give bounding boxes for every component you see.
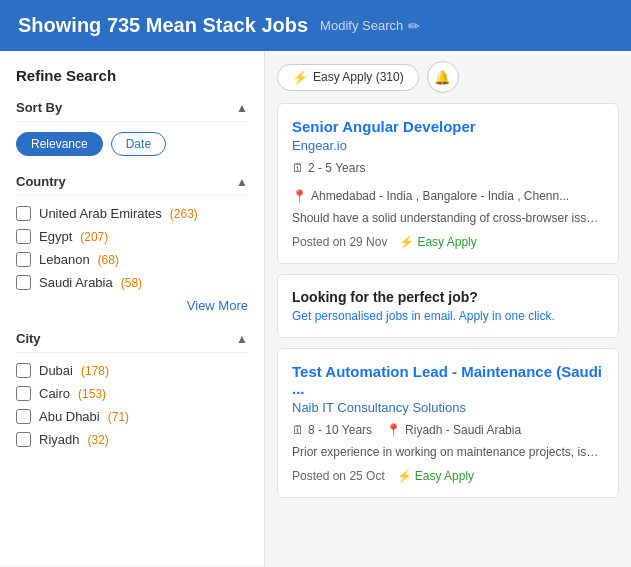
job-listings-panel: ⚡ Easy Apply (310) 🔔 Senior Angular Deve…: [265, 51, 631, 566]
easy-apply-tag-1: ⚡ Easy Apply: [399, 235, 476, 249]
country-header: Country ▲: [16, 174, 248, 196]
sort-by-header: Sort By ▲: [16, 100, 248, 122]
city-chevron-icon: ▲: [236, 332, 248, 346]
page-header: Showing 735 Mean Stack Jobs Modify Searc…: [0, 0, 631, 51]
job-footer-1: Posted on 29 Nov ⚡ Easy Apply: [292, 235, 604, 249]
job-meta-1: 🗓 2 - 5 Years 📍 Ahmedabad - India , Bang…: [292, 161, 604, 203]
promo-text: Get personalised jobs in email. Apply in…: [292, 309, 604, 323]
lightning-icon: ⚡: [292, 70, 308, 85]
sidebar: Refine Search Sort By ▲ Relevance Date C…: [0, 51, 265, 566]
country-view-more-link[interactable]: View More: [16, 298, 248, 313]
city-name-cairo: Cairo: [39, 386, 70, 401]
country-item-uae: United Arab Emirates (263): [16, 206, 248, 221]
country-label: Country: [16, 174, 66, 189]
job-meta-2: 🗓 8 - 10 Years 📍 Riyadh - Saudi Arabia: [292, 423, 604, 437]
job-desc-1: Should have a solid understanding of cro…: [292, 209, 604, 227]
city-count-riyadh: (32): [87, 433, 108, 447]
city-count-dubai: (178): [81, 364, 109, 378]
lightning-green-icon-1: ⚡: [399, 235, 414, 249]
filter-bar: ⚡ Easy Apply (310) 🔔: [277, 61, 619, 93]
country-name-uae: United Arab Emirates: [39, 206, 162, 221]
easy-apply-filter-label: Easy Apply (310): [313, 70, 404, 84]
country-name-egypt: Egypt: [39, 229, 72, 244]
location-icon-1: 📍: [292, 189, 307, 203]
country-count-uae: (263): [170, 207, 198, 221]
city-header: City ▲: [16, 331, 248, 353]
relevance-sort-button[interactable]: Relevance: [16, 132, 103, 156]
city-checkbox-riyadh[interactable]: [16, 432, 31, 447]
city-count-cairo: (153): [78, 387, 106, 401]
date-sort-button[interactable]: Date: [111, 132, 166, 156]
city-name-abudhabi: Abu Dhabi: [39, 409, 100, 424]
job-desc-2: Prior experience in working on maintenan…: [292, 443, 604, 461]
sort-buttons: Relevance Date: [16, 132, 248, 156]
easy-apply-filter-button[interactable]: ⚡ Easy Apply (310): [277, 64, 419, 91]
country-count-egypt: (207): [80, 230, 108, 244]
modify-search-link[interactable]: Modify Search ✏: [320, 18, 420, 34]
bell-icon: 🔔: [434, 70, 451, 85]
country-section: Country ▲ United Arab Emirates (263) Egy…: [16, 174, 248, 313]
country-name-lebanon: Lebanon: [39, 252, 90, 267]
country-checkbox-egypt[interactable]: [16, 229, 31, 244]
notification-bell-button[interactable]: 🔔: [427, 61, 459, 93]
country-chevron-icon: ▲: [236, 175, 248, 189]
easy-apply-tag-2: ⚡ Easy Apply: [397, 469, 474, 483]
location-value-1: Ahmedabad - India , Bangalore - India , …: [311, 189, 569, 203]
country-checkbox-lebanon[interactable]: [16, 252, 31, 267]
location-2: 📍 Riyadh - Saudi Arabia: [386, 423, 521, 437]
experience-value-1: 2 - 5 Years: [308, 161, 365, 175]
country-item-egypt: Egypt (207): [16, 229, 248, 244]
sort-by-section: Sort By ▲ Relevance Date: [16, 100, 248, 156]
country-checkbox-saudi[interactable]: [16, 275, 31, 290]
city-checkbox-abudhabi[interactable]: [16, 409, 31, 424]
city-item-dubai: Dubai (178): [16, 363, 248, 378]
lightning-green-icon-2: ⚡: [397, 469, 412, 483]
experience-2: 🗓 8 - 10 Years: [292, 423, 372, 437]
page-title: Showing 735 Mean Stack Jobs: [18, 14, 308, 37]
briefcase-icon-2: 🗓: [292, 423, 304, 437]
city-name-dubai: Dubai: [39, 363, 73, 378]
city-item-riyadh: Riyadh (32): [16, 432, 248, 447]
city-checkbox-dubai[interactable]: [16, 363, 31, 378]
country-count-lebanon: (68): [98, 253, 119, 267]
sort-by-label: Sort By: [16, 100, 62, 115]
location-icon-2: 📍: [386, 423, 401, 437]
location-1: 📍 Ahmedabad - India , Bangalore - India …: [292, 189, 569, 203]
company-name-1: Engear.io: [292, 138, 604, 153]
refine-search-title: Refine Search: [16, 67, 248, 84]
job-title-2[interactable]: Test Automation Lead - Maintenance (Saud…: [292, 363, 604, 397]
job-card-1[interactable]: Senior Angular Developer Engear.io 🗓 2 -…: [277, 103, 619, 264]
country-count-saudi: (58): [121, 276, 142, 290]
city-item-cairo: Cairo (153): [16, 386, 248, 401]
city-name-riyadh: Riyadh: [39, 432, 79, 447]
job-footer-2: Posted on 25 Oct ⚡ Easy Apply: [292, 469, 604, 483]
experience-value-2: 8 - 10 Years: [308, 423, 372, 437]
city-label: City: [16, 331, 41, 346]
city-section: City ▲ Dubai (178) Cairo (153) Abu Dhabi…: [16, 331, 248, 447]
country-checkbox-uae[interactable]: [16, 206, 31, 221]
promo-card: Looking for the perfect job? Get persona…: [277, 274, 619, 338]
promo-title: Looking for the perfect job?: [292, 289, 604, 305]
country-item-saudi: Saudi Arabia (58): [16, 275, 248, 290]
experience-1: 🗓 2 - 5 Years: [292, 161, 365, 175]
posted-date-2: Posted on 25 Oct: [292, 469, 385, 483]
main-layout: Refine Search Sort By ▲ Relevance Date C…: [0, 51, 631, 566]
location-value-2: Riyadh - Saudi Arabia: [405, 423, 521, 437]
sort-by-chevron-icon: ▲: [236, 101, 248, 115]
country-name-saudi: Saudi Arabia: [39, 275, 113, 290]
modify-search-label: Modify Search: [320, 18, 403, 33]
briefcase-icon-1: 🗓: [292, 161, 304, 175]
city-item-abudhabi: Abu Dhabi (71): [16, 409, 248, 424]
job-title-1[interactable]: Senior Angular Developer: [292, 118, 604, 135]
city-checkbox-cairo[interactable]: [16, 386, 31, 401]
company-name-2: Naib IT Consultancy Solutions: [292, 400, 604, 415]
city-count-abudhabi: (71): [108, 410, 129, 424]
country-item-lebanon: Lebanon (68): [16, 252, 248, 267]
job-card-2[interactable]: Test Automation Lead - Maintenance (Saud…: [277, 348, 619, 498]
posted-date-1: Posted on 29 Nov: [292, 235, 387, 249]
pencil-icon: ✏: [408, 18, 420, 34]
